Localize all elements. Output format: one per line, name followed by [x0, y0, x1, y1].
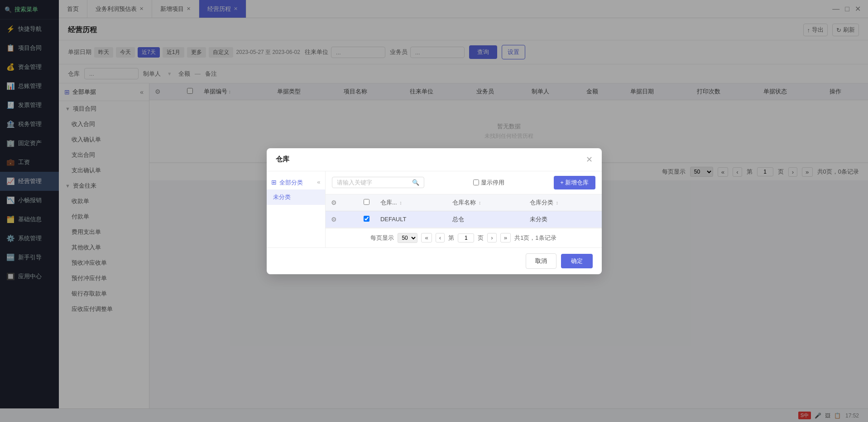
cancel-button[interactable]: 取消	[526, 253, 556, 269]
modal-col-category: 仓库分类 ↕	[524, 194, 602, 211]
modal-page-label: 第	[448, 234, 454, 242]
modal-col-code: 仓库... ↕	[375, 194, 447, 211]
modal-page-size-label: 每页显示	[370, 234, 394, 242]
modal-toolbar: 🔍 显示停用 + 新增仓库	[326, 171, 602, 194]
modal-search-box[interactable]: 🔍	[332, 177, 424, 188]
modal-pagination: 每页显示 50 « ‹ 第 页 › » 共1页，1条记录	[326, 228, 602, 247]
modal-page-size-select[interactable]: 50	[398, 233, 417, 243]
modal-search-input[interactable]	[337, 179, 409, 186]
modal-search-icon[interactable]: 🔍	[412, 179, 419, 186]
add-warehouse-btn[interactable]: + 新增仓库	[554, 176, 595, 189]
sidebar-toggle-icon[interactable]: «	[317, 179, 320, 187]
modal-page-unit: 页	[478, 234, 484, 242]
modal-col-gear[interactable]: ⚙	[326, 194, 358, 211]
modal-select-all[interactable]	[364, 199, 369, 205]
modal-first-page[interactable]: «	[421, 233, 432, 243]
modal-header: 仓库 ✕	[267, 148, 602, 171]
show-disabled-checkbox[interactable]	[473, 179, 479, 185]
show-disabled-label[interactable]: 显示停用	[473, 179, 504, 187]
modal-prev-page[interactable]: ‹	[436, 233, 445, 243]
modal-overlay[interactable]: 仓库 ✕ ⊞ 全部分类 « 未分类	[0, 0, 868, 422]
row-category: 未分类	[524, 211, 602, 228]
table-row[interactable]: ⚙ DEFAULT 总仓 未分类	[326, 211, 602, 228]
show-disabled-text: 显示停用	[481, 179, 504, 187]
modal-sidebar-collapse-btn[interactable]: ⊞ 全部分类 «	[267, 176, 325, 189]
modal-total-label: 共1页，1条记录	[514, 234, 556, 242]
row-code: DEFAULT	[375, 211, 447, 228]
modal-body: ⊞ 全部分类 « 未分类 🔍 显示停用	[267, 171, 602, 247]
row-checkbox[interactable]	[358, 211, 375, 228]
all-category-icon: ⊞	[271, 179, 277, 187]
row-name: 总仓	[447, 211, 524, 228]
modal-table: ⚙ 仓库... ↕ 仓库名称 ↕	[326, 194, 602, 228]
modal-page-input[interactable]	[458, 233, 474, 243]
modal-title: 仓库	[276, 155, 289, 164]
modal-col-checkbox[interactable]	[358, 194, 375, 211]
all-category-label[interactable]: 全部分类	[277, 179, 317, 187]
modal-sidebar: ⊞ 全部分类 « 未分类	[267, 171, 326, 247]
modal-col-name: 仓库名称 ↕	[447, 194, 524, 211]
modal-next-page[interactable]: ›	[487, 233, 496, 243]
modal-close-btn[interactable]: ✕	[586, 155, 593, 165]
modal-footer-actions: 取消 确定	[267, 247, 602, 274]
unclassified-label: 未分类	[273, 193, 291, 201]
row-gear: ⚙	[326, 211, 358, 228]
warehouse-modal: 仓库 ✕ ⊞ 全部分类 « 未分类	[267, 148, 602, 274]
modal-last-page[interactable]: »	[500, 233, 511, 243]
modal-main: 🔍 显示停用 + 新增仓库 ⚙	[326, 171, 602, 247]
row-select-checkbox[interactable]	[364, 216, 369, 222]
modal-sidebar-item-unclassified[interactable]: 未分类	[267, 189, 325, 205]
modal-table-container: ⚙ 仓库... ↕ 仓库名称 ↕	[326, 194, 602, 228]
confirm-button[interactable]: 确定	[561, 254, 593, 268]
